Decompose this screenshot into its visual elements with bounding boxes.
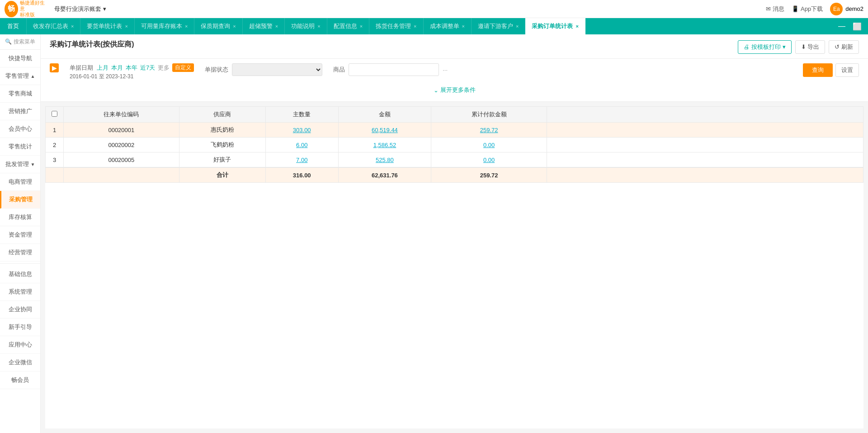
setting-button[interactable]: 设置 [835, 63, 859, 77]
row-paid: 0.00 [431, 152, 547, 168]
footer-amount: 62,631.76 [338, 167, 431, 183]
sidebar-item-appstore[interactable]: 应用中心 [0, 336, 40, 354]
date-filter-row: 单据日期 上月 本月 本年 近7天 更多 自定义 [70, 63, 194, 72]
th-checkbox [46, 107, 64, 123]
shortcut-this-month[interactable]: 本月 [111, 64, 123, 72]
close-icon[interactable]: × [125, 24, 127, 29]
sidebar-item-wechat[interactable]: 企业微信 [0, 354, 40, 371]
date-filter: 单据日期 上月 本月 本年 近7天 更多 自定义 2016-01-01 至 [70, 63, 194, 81]
dropdown-arrow-icon: ▾ [103, 5, 106, 12]
tab-home[interactable]: 首页 [0, 18, 27, 34]
table-row: 3 00020005 好孩子 7.00 525.80 0.00 [46, 152, 863, 168]
filter-area: ▶ 单据日期 上月 本月 本年 近7天 更多 自定义 [41, 59, 868, 102]
dropdown-chevron-icon: ▾ [783, 43, 786, 50]
goods-input[interactable] [349, 63, 439, 76]
tab-chengben[interactable]: 成本调整单 × [424, 18, 472, 34]
sidebar-item-retail-stats[interactable]: 零售统计 [0, 138, 40, 156]
status-filter: 单据状态 [205, 63, 322, 76]
date-to: 2023-12-31 [106, 73, 133, 80]
sidebar-search[interactable]: 🔍 搜索菜单 [0, 34, 40, 50]
row-index: 2 [46, 138, 64, 152]
shortcut-this-year[interactable]: 本年 [126, 64, 137, 72]
tab-chaochu[interactable]: 超储预警 × [243, 18, 285, 34]
minimize-icon[interactable]: — [835, 21, 848, 31]
row-index: 3 [46, 152, 64, 168]
row-code: 00020001 [64, 123, 179, 138]
sidebar-item-inventory[interactable]: 库存核算 [0, 209, 40, 226]
maximize-icon[interactable]: ⬜ [850, 21, 864, 32]
close-icon[interactable]: × [185, 24, 188, 29]
table-row: 2 00020002 飞鹤奶粉 6.00 1,586.52 0.00 [46, 138, 863, 152]
sidebar-item-operations[interactable]: 经营管理 [0, 244, 40, 262]
date-range-display: 2016-01-01 至 2023-12-31 [70, 73, 194, 81]
refresh-button[interactable]: ↺ 刷新 [829, 40, 859, 54]
th-code: 往来单位编码 [64, 107, 179, 123]
footer-label: 合计 [179, 167, 265, 183]
nav-window-controls: — ⬜ [835, 21, 868, 32]
expand-more-btn[interactable]: ⌄ 展开更多条件 [431, 83, 478, 97]
tab-yaohuo[interactable]: 要货单统计表 × [80, 18, 134, 34]
sidebar-item-member2[interactable]: 畅会员 [0, 371, 40, 389]
table-header-row: 往来单位编码 供应商 主数量 金额 累计付款金额 [46, 107, 863, 123]
tab-jianhuo[interactable]: 拣货任务管理 × [369, 18, 423, 34]
tab-peizhi[interactable]: 配置信息 × [327, 18, 369, 34]
close-icon[interactable]: × [233, 24, 236, 29]
table-row: 1 00020001 惠氏奶粉 303.00 60,519.44 259.72 [46, 123, 863, 138]
company-select[interactable]: 母婴行业演示账套 ▾ [54, 5, 108, 13]
app-download-btn[interactable]: 📱 App下载 [792, 5, 823, 13]
close-icon[interactable]: × [516, 24, 519, 29]
tab-kuyongliang[interactable]: 可用量库存账本 × [135, 18, 194, 34]
avatar: Ea [830, 3, 843, 15]
sidebar-item-retail-mgmt[interactable]: 零售管理 ▲ [0, 67, 40, 85]
user-area[interactable]: Ea demo2 [830, 3, 863, 15]
export-button[interactable]: ⬇ 导出 [795, 40, 826, 54]
status-select[interactable] [232, 63, 322, 76]
sidebar-item-wholesale[interactable]: 批发管理 ▼ [0, 156, 40, 173]
table-area: 往来单位编码 供应商 主数量 金额 累计付款金额 1 00020001 惠氏奶粉… [45, 106, 863, 428]
close-icon-active[interactable]: × [576, 24, 578, 29]
close-icon[interactable]: × [462, 24, 465, 29]
shortcut-more[interactable]: 更多 [158, 64, 170, 72]
close-icon[interactable]: × [275, 24, 278, 29]
tab-shoufacun[interactable]: 收发存汇总表 × [27, 18, 80, 34]
row-amount: 1,586.52 [338, 138, 431, 152]
close-icon[interactable]: × [317, 24, 320, 29]
shortcut-7days[interactable]: 近7天 [140, 64, 155, 72]
footer-paid: 259.72 [431, 167, 547, 183]
message-btn[interactable]: ✉ 消息 [766, 5, 784, 13]
print-button[interactable]: 🖨 按模板打印 ▾ [738, 40, 792, 54]
sidebar-item-enterprise[interactable]: 企业协同 [0, 301, 40, 319]
phone-icon: 📱 [792, 5, 799, 12]
row-supplier: 惠氏奶粉 [179, 123, 265, 138]
query-button[interactable]: 查询 [803, 63, 833, 77]
toggle-filter-btn[interactable]: ▶ [50, 63, 59, 72]
sidebar-item-finance[interactable]: 资金管理 [0, 226, 40, 244]
select-all-checkbox[interactable] [52, 111, 57, 117]
sidebar-item-basic-info[interactable]: 基础信息 [0, 266, 40, 283]
close-icon[interactable]: × [414, 24, 416, 29]
username: demo2 [845, 5, 863, 12]
tab-baozhi[interactable]: 保质期查询 × [194, 18, 242, 34]
logo-area: 畅 畅捷通好生意标准版 [5, 0, 45, 18]
sidebar-item-newguide[interactable]: 新手引导 [0, 319, 40, 336]
sidebar-item-marketing[interactable]: 营销推广 [0, 103, 40, 120]
sidebar-item-system[interactable]: 系统管理 [0, 283, 40, 301]
th-paid: 累计付款金额 [431, 107, 547, 123]
goods-filter: 商品 ··· [333, 63, 448, 76]
search-icon: 🔍 [5, 38, 12, 45]
row-extra [547, 152, 863, 168]
row-amount: 525.80 [338, 152, 431, 168]
shortcut-last-month[interactable]: 上月 [97, 64, 108, 72]
chevron-down-icon: ▲ [31, 74, 35, 79]
close-icon[interactable]: × [360, 24, 363, 29]
tab-caigou-active[interactable]: 采购订单统计表 × [525, 18, 585, 34]
tab-gongneng[interactable]: 功能说明 × [285, 18, 327, 34]
close-icon[interactable]: × [71, 24, 74, 29]
more-options-icon[interactable]: ··· [443, 67, 448, 73]
sidebar-item-purchase[interactable]: 采购管理 [0, 191, 40, 209]
sidebar-item-retail-mall[interactable]: 零售商城 [0, 85, 40, 103]
sidebar-quick-nav[interactable]: 快捷导航 [0, 50, 40, 67]
sidebar-item-member[interactable]: 会员中心 [0, 120, 40, 138]
sidebar-item-ecommerce[interactable]: 电商管理 [0, 173, 40, 191]
tab-yaoqing[interactable]: 邀请下游客户 × [472, 18, 525, 34]
